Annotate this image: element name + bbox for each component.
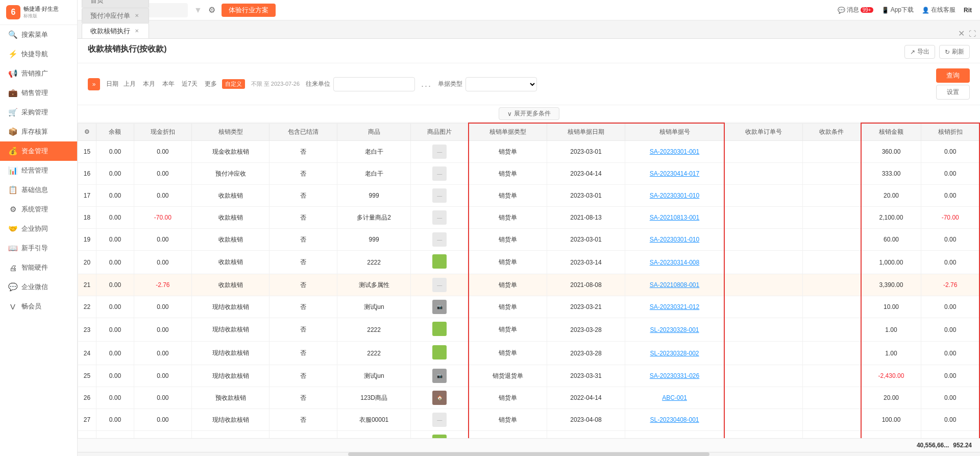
cell-hx-amount: 333.00 <box>861 163 921 185</box>
sidebar-item-purchase[interactable]: 🛒 采购管理 <box>0 103 77 122</box>
from-unit-input[interactable] <box>333 77 415 91</box>
sidebar-item-member[interactable]: V 畅会员 <box>0 297 77 316</box>
app-download[interactable]: 📱 App下载 <box>881 6 914 14</box>
cell-writeoff-type: 收款核销 <box>191 251 269 274</box>
cell-hx-bill-type: 销货单 <box>469 185 547 207</box>
tab-label-1: 预付冲应付单 <box>90 11 130 20</box>
sidebar-item-guide[interactable]: 📖 新手引导 <box>0 238 77 258</box>
cell-cash-discount: 0.00 <box>134 365 191 387</box>
export-button[interactable]: ↗ 导出 <box>904 45 935 59</box>
sidebar-item-enterprise[interactable]: 🤝 企业协同 <box>0 219 77 238</box>
filter-dots: ... <box>421 79 432 89</box>
maximize-icon[interactable]: ⛶ <box>969 30 976 38</box>
filter-expand-btn[interactable]: » <box>88 78 100 90</box>
from-unit-group: 往来单位 <box>306 77 415 91</box>
bill-type-select[interactable] <box>465 77 537 91</box>
cell-hx-amount: 2,100.00 <box>861 207 921 229</box>
online-service[interactable]: 👤 在线客服 <box>922 6 955 14</box>
cell-balance: 0.00 <box>96 387 134 409</box>
cell-hx-bill-date: 2023-04-18 <box>547 431 625 439</box>
cell-goods-image: — <box>411 185 469 207</box>
wechat-icon: 💬 <box>8 282 17 292</box>
date-7days[interactable]: 近7天 <box>180 79 200 89</box>
cell-cash-discount: 0.00 <box>134 409 191 431</box>
cell-cash-discount: 0.00 <box>134 296 191 318</box>
quicknav-icon: ⚡ <box>8 50 17 59</box>
scrollbar-thumb[interactable] <box>348 452 709 456</box>
refresh-label: 刷新 <box>952 47 964 56</box>
date-this-year[interactable]: 本年 <box>160 79 177 89</box>
expand-more-btn[interactable]: ∨ 展开更多条件 <box>499 107 559 120</box>
sidebar-item-inventory[interactable]: 📦 库存核算 <box>0 122 77 141</box>
sidebar-item-search[interactable]: 🔍 搜索菜单 <box>0 25 77 44</box>
bill-no-link[interactable]: SA-20230321-012 <box>650 303 699 310</box>
cell-hx-bill-date: 2023-03-01 <box>547 185 625 207</box>
industry-btn[interactable]: 体验行业方案 <box>222 4 276 17</box>
cell-hx-bill-type: 销货单 <box>469 274 547 296</box>
tab-2[interactable]: 收款核销执行✕ <box>82 23 149 38</box>
cell-goods-image <box>411 431 469 439</box>
cell-hx-bill-no: SA-20230301-010 <box>625 185 724 207</box>
tab-close-1[interactable]: ✕ <box>133 12 140 19</box>
filter-settings-button[interactable]: 设置 <box>936 85 970 100</box>
bill-no-link[interactable]: SA-20210813-001 <box>650 214 699 221</box>
tab-1[interactable]: 预付冲应付单✕ <box>82 8 149 23</box>
refresh-button[interactable]: ↻ 刷新 <box>939 45 970 59</box>
sidebar-item-marketing[interactable]: 📢 营销推广 <box>0 64 77 83</box>
bill-no-link[interactable]: SA-20230414-017 <box>650 170 699 177</box>
bill-no-link[interactable]: SA-20230301-010 <box>650 192 699 199</box>
cell-writeoff-type: 现结收款核销 <box>191 409 269 431</box>
sales-icon: 💼 <box>8 88 17 98</box>
sidebar-item-sales[interactable]: 💼 销售管理 <box>0 83 77 103</box>
sidebar-item-manage[interactable]: 📊 经营管理 <box>0 161 77 180</box>
cell-included-settled: 否 <box>270 185 337 207</box>
cell-hx-bill-date: 2022-04-14 <box>547 387 625 409</box>
goods-image: 🏠 <box>432 391 447 405</box>
bill-no-link[interactable]: SL-20230328-001 <box>650 326 699 333</box>
cell-included-settled: 否 <box>270 229 337 251</box>
cell-receipt-order <box>724 229 802 251</box>
cell-receipt-condition <box>803 185 861 207</box>
col-balance: 余额 <box>96 123 134 141</box>
sidebar-item-base[interactable]: 📋 基础信息 <box>0 180 77 200</box>
col-settings[interactable]: ⚙ <box>78 123 96 141</box>
close-window-icon[interactable]: ✕ <box>958 29 965 38</box>
sidebar-item-finance[interactable]: 💰 资金管理 <box>0 141 77 161</box>
bill-no-link[interactable]: SA-20230331-026 <box>650 372 699 379</box>
tab-close-2[interactable]: ✕ <box>133 28 140 35</box>
cell-receipt-condition <box>803 207 861 229</box>
table-row: 21 0.00 -2.76 收款核销 否 测试多属性 — 销货单 2021-08… <box>78 274 980 296</box>
bill-no-link[interactable]: SA-20230314-008 <box>650 259 699 266</box>
date-custom-btn[interactable]: 自定义 <box>222 79 245 89</box>
horizontal-scrollbar[interactable] <box>78 452 980 456</box>
table-row: 17 0.00 0.00 收款核销 否 999 — 销货单 2023-03-01… <box>78 185 980 207</box>
tab-0[interactable]: 首页 <box>82 0 149 8</box>
sidebar-item-label-system: 系统管理 <box>21 205 48 214</box>
table-footer: 40,556,66... 952.24 <box>78 438 980 452</box>
footer-discount-label: 952.24 <box>953 442 972 449</box>
chevron-down-expand-icon: ∨ <box>507 110 512 117</box>
bill-no-link[interactable]: ABC-001 <box>662 394 687 401</box>
sidebar-item-system[interactable]: ⚙ 系统管理 <box>0 200 77 219</box>
cell-goods-image: 🏠 <box>411 387 469 409</box>
query-button[interactable]: 查询 <box>936 68 970 83</box>
bill-no-link[interactable]: SA-20230301-001 <box>650 148 699 155</box>
sidebar-item-wechat[interactable]: 💬 企业微信 <box>0 277 77 297</box>
logo-text-area: 畅捷通·好生意 标推版 <box>23 5 59 19</box>
bill-no-link[interactable]: SA-20210808-001 <box>650 281 699 289</box>
message-area[interactable]: 💬 消息 99+ <box>838 6 873 14</box>
cell-receipt-order <box>724 251 802 274</box>
table-row: 25 0.00 0.00 现结收款核销 否 测试jun 📷 销货退货单 2023… <box>78 365 980 387</box>
date-more[interactable]: 更多 <box>203 79 219 89</box>
bill-no-link[interactable]: SL-20230328-002 <box>650 350 699 357</box>
bill-no-link[interactable]: SL-20230408-001 <box>650 416 699 423</box>
date-this-month[interactable]: 本月 <box>141 79 157 89</box>
bill-no-link[interactable]: SA-20230301-010 <box>650 236 699 243</box>
table-wrapper[interactable]: ⚙ 余额 现金折扣 核销类型 包含已结清 商品 商品图片 核销单据类型 核销单据… <box>78 123 980 438</box>
date-last-month[interactable]: 上月 <box>121 79 138 89</box>
sidebar-item-quicknav[interactable]: ⚡ 快捷导航 <box>0 44 77 64</box>
gear-icon[interactable]: ⚙ <box>208 5 215 15</box>
sidebar-item-hardware[interactable]: 🖨 智能硬件 <box>0 258 77 277</box>
col-hx-bill-no: 核销单据号 <box>625 123 724 141</box>
table-row: 19 0.00 0.00 收款核销 否 999 — 销货单 2023-03-01… <box>78 229 980 251</box>
